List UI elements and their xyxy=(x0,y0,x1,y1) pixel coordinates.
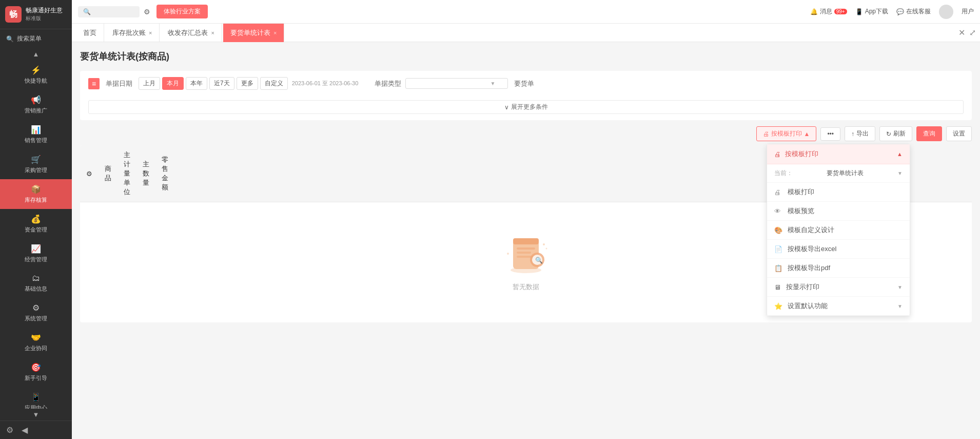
tabbar: 首页 库存批次账 × 收发存汇总表 × 要货单统计表 × ✕ ⤢ xyxy=(72,24,980,42)
filter-bar: ≡ 单据日期 上月 本月 本年 近7天 更多 自定义 2023-06-01 至 … xyxy=(80,71,972,120)
tab-collect[interactable]: 收发存汇总表 × xyxy=(161,24,222,42)
app-download-label: App下载 xyxy=(865,7,888,16)
collapse-icon[interactable]: ◀ xyxy=(22,425,28,435)
appstore-icon: 📱 xyxy=(31,392,41,402)
topbar-search-icon: 🔍 xyxy=(83,8,91,15)
dropdown-item-export-excel[interactable]: 📄 按模板导出excel xyxy=(767,240,910,259)
tab-order-close[interactable]: × xyxy=(273,30,277,36)
dropdown-item-display-print[interactable]: 🖥 按显示打印 ▼ xyxy=(767,278,910,297)
sidebar-item-label: 库存核算 xyxy=(25,196,47,204)
dropdown-item-export-pdf[interactable]: 📋 按模板导出pdf xyxy=(767,259,910,278)
date-btn-last-month[interactable]: 上月 xyxy=(139,77,160,90)
date-btn-custom[interactable]: 自定义 xyxy=(260,77,288,90)
dropdown-item-label: 模板打印 xyxy=(788,187,814,197)
expand-icon: ∨ xyxy=(504,104,509,111)
tab-batch-close[interactable]: × xyxy=(149,30,152,36)
tab-collect-label: 收发存汇总表 xyxy=(168,28,208,37)
topbar-gear-icon[interactable]: ⚙ xyxy=(144,8,150,16)
print-dropdown-header[interactable]: 🖨 按模板打印 ▲ xyxy=(767,144,910,164)
current-chevron-icon: ▼ xyxy=(897,170,903,176)
sidebar-item-label: 基础信息 xyxy=(25,285,47,293)
dropdown-item-label: 按模板导出pdf xyxy=(788,263,830,273)
guide-icon: 🎯 xyxy=(31,362,41,372)
base-icon: 🗂 xyxy=(32,274,40,283)
col-qty: 主数量 xyxy=(136,145,155,202)
sidebar-item-sales[interactable]: 📊 销售管理 xyxy=(0,120,72,149)
search-icon: 🔍 xyxy=(6,35,14,43)
service-icon: 💬 xyxy=(896,8,904,15)
tab-close-all-icon[interactable]: ✕ xyxy=(958,28,965,37)
settings-btn[interactable]: 设置 xyxy=(946,126,972,141)
dropdown-item-default-func[interactable]: ⭐ 设置默认功能 ▼ xyxy=(767,297,910,316)
sidebar-item-system[interactable]: ⚙ 系统管理 xyxy=(0,298,72,328)
sidebar-scroll-up[interactable]: ▲ xyxy=(0,48,72,60)
user-name: 用户 xyxy=(962,7,974,16)
order-type-label: 单据类型 xyxy=(375,79,401,88)
tab-collect-close[interactable]: × xyxy=(211,30,214,36)
sidebar-item-purchase[interactable]: 🛒 采购管理 xyxy=(0,149,72,179)
trial-btn[interactable]: 体验行业方案 xyxy=(156,5,208,18)
date-filter-label: 单据日期 xyxy=(106,79,132,88)
notice-item[interactable]: 🔔 消息 99+ xyxy=(810,7,847,16)
collab-icon: 🤝 xyxy=(31,333,41,342)
sidebar-item-business[interactable]: 📈 经营管理 xyxy=(0,239,72,269)
sidebar-item-guide[interactable]: 🎯 新手引导 xyxy=(0,357,72,387)
search-menu-item[interactable]: 🔍 搜索菜单 xyxy=(0,29,72,48)
sidebar-item-label: 快捷导航 xyxy=(25,77,47,85)
sidebar-scroll-down[interactable]: ▼ xyxy=(0,409,72,421)
sidebar-item-base[interactable]: 🗂 基础信息 xyxy=(0,269,72,298)
order-type-select[interactable]: ▼ xyxy=(405,78,508,89)
shortcut-icon: ⚡ xyxy=(31,65,41,75)
sidebar-item-marketing[interactable]: 📢 营销推广 xyxy=(0,90,72,120)
order-type-filter: 单据类型 ▼ xyxy=(375,78,508,89)
date-btn-this-month[interactable]: 本月 xyxy=(162,77,184,90)
date-btn-7days[interactable]: 近7天 xyxy=(209,77,234,90)
export-label: 导出 xyxy=(856,129,869,138)
download-icon: 📱 xyxy=(855,8,863,15)
refresh-btn[interactable]: ↻ 刷新 xyxy=(879,126,912,141)
sidebar-item-finance[interactable]: 💰 资金管理 xyxy=(0,209,72,239)
tab-batch[interactable]: 库存批次账 × xyxy=(105,24,160,42)
refresh-icon: ↻ xyxy=(886,130,891,138)
online-service-item[interactable]: 💬 在线客服 xyxy=(896,7,931,16)
action-bar: 🖨 按模板打印 ▲ 当前： 要货单统计表 ▼ 🖨 模板打印 👁 模板预览 xyxy=(80,126,972,141)
date-btn-this-year[interactable]: 本年 xyxy=(186,77,207,90)
dropdown-item-template-preview[interactable]: 👁 模板预览 xyxy=(767,202,910,221)
col-settings[interactable]: ⚙ xyxy=(80,145,99,202)
tab-order[interactable]: 要货单统计表 × xyxy=(223,24,284,42)
dropdown-item-label: 模板预览 xyxy=(788,206,814,216)
print-dropdown-title: 🖨 按模板打印 xyxy=(774,149,818,159)
query-btn[interactable]: 查询 xyxy=(916,126,942,141)
expand-label: 展开更多条件 xyxy=(511,103,548,111)
avatar[interactable] xyxy=(939,5,953,19)
expand-more-btn[interactable]: ∨ 展开更多条件 xyxy=(88,100,964,114)
app-download-item[interactable]: 📱 App下载 xyxy=(855,7,888,16)
date-btn-more[interactable]: 更多 xyxy=(237,77,258,90)
svg-rect-4 xyxy=(517,252,531,254)
tab-expand-icon[interactable]: ⤢ xyxy=(969,28,976,37)
tab-home-label: 首页 xyxy=(83,28,96,37)
filter-toggle-btn[interactable]: ≡ xyxy=(88,78,100,89)
svg-text:🔍: 🔍 xyxy=(535,256,543,264)
design-icon: 🎨 xyxy=(774,226,782,234)
sidebar-item-shortcut[interactable]: ⚡ 快捷导航 xyxy=(0,60,72,90)
sidebar-item-collab[interactable]: 🤝 企业协同 xyxy=(0,328,72,357)
sub-chevron-icon2: ▼ xyxy=(897,303,903,309)
sidebar-item-inventory[interactable]: 📦 库存核算 xyxy=(0,179,72,209)
print-header-icon: 🖨 xyxy=(774,150,781,158)
dropdown-item-template-design[interactable]: 🎨 模板自定义设计 xyxy=(767,221,910,240)
sidebar-bottom: ⚙ ◀ xyxy=(0,421,72,439)
sidebar-item-appstore[interactable]: 📱 应用中心 xyxy=(0,387,72,409)
excel-icon: 📄 xyxy=(774,245,782,253)
print-btn[interactable]: 🖨 按模板打印 ▲ xyxy=(756,126,817,141)
sidebar-item-label: 销售管理 xyxy=(25,137,47,144)
tab-home[interactable]: 首页 xyxy=(76,24,104,42)
export-btn[interactable]: ↑ 导出 xyxy=(845,126,875,141)
more-btn[interactable]: ••• xyxy=(820,127,840,141)
default-func-left: ⭐ 设置默认功能 xyxy=(774,301,828,311)
main-area: 🔍 ⚙ 体验行业方案 🔔 消息 99+ 📱 App下载 💬 在线客服 用户 xyxy=(72,0,980,439)
settings-icon[interactable]: ⚙ xyxy=(6,425,13,435)
sidebar-item-label: 新手引导 xyxy=(25,374,47,382)
dropdown-item-template-print[interactable]: 🖨 模板打印 xyxy=(767,183,910,202)
topbar-search[interactable]: 🔍 xyxy=(78,6,140,17)
